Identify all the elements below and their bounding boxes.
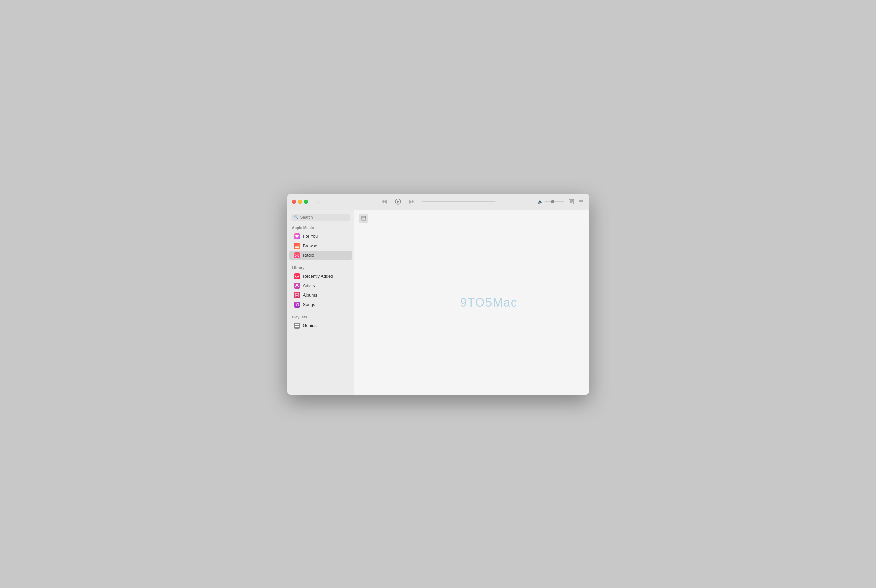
svg-rect-13 [295, 244, 298, 245]
lyrics-button[interactable] [568, 199, 574, 205]
recently-added-label: Recently Added [303, 274, 333, 279]
albums-label: Albums [303, 292, 317, 297]
fastforward-button[interactable] [408, 199, 415, 205]
svg-rect-14 [295, 246, 298, 246]
svg-rect-27 [297, 324, 298, 326]
section-divider-2 [292, 312, 349, 312]
content-area: 9TO5Mac [354, 210, 589, 395]
library-section-label: Library [287, 266, 354, 272]
svg-rect-26 [295, 324, 297, 326]
recently-added-icon [294, 273, 300, 279]
search-icon: 🔍 [294, 215, 298, 219]
radio-icon [294, 252, 300, 258]
sidebar-item-recently-added[interactable]: Recently Added [289, 272, 352, 281]
albums-icon [294, 292, 300, 298]
section-divider-1 [292, 262, 349, 263]
genius-icon [294, 322, 300, 329]
app-window: ‹ [287, 194, 589, 395]
svg-marker-3 [397, 201, 399, 203]
titlebar: ‹ [287, 194, 589, 210]
genius-label: Genius [303, 323, 317, 328]
svg-marker-1 [384, 200, 387, 204]
apple-music-section-label: Apple Music [287, 226, 354, 232]
svg-rect-30 [362, 216, 366, 220]
sidebar-item-radio[interactable]: Radio [289, 250, 352, 260]
browse-icon [294, 243, 300, 249]
volume-knob [551, 200, 554, 203]
list-view-button[interactable] [578, 199, 585, 205]
main-content: 🔍 Apple Music For You Browse [287, 210, 589, 395]
sidebar: 🔍 Apple Music For You Browse [287, 210, 354, 395]
sidebar-item-artists[interactable]: Artists [289, 281, 352, 291]
playlists-section-label: Playlists [287, 315, 354, 321]
watermark: 9TO5Mac [460, 296, 518, 310]
minimize-button[interactable] [298, 200, 302, 204]
volume-low-icon: 🔈 [538, 199, 543, 204]
progress-bar[interactable] [422, 201, 495, 202]
titlebar-right: 🔈 [522, 199, 589, 205]
art-view-button[interactable] [359, 214, 368, 223]
sidebar-item-albums[interactable]: Albums [289, 291, 352, 300]
svg-point-25 [298, 304, 298, 306]
maximize-button[interactable] [304, 200, 308, 204]
svg-point-24 [296, 305, 297, 306]
close-button[interactable] [292, 200, 296, 204]
svg-marker-4 [410, 200, 412, 204]
search-bar[interactable]: 🔍 [291, 214, 350, 221]
browse-label: Browse [303, 243, 317, 248]
sidebar-item-browse[interactable]: Browse [289, 241, 352, 250]
radio-label: Radio [303, 253, 314, 258]
volume-track [544, 201, 564, 202]
play-button[interactable] [394, 198, 402, 205]
search-input[interactable] [300, 215, 347, 220]
songs-icon [294, 302, 300, 308]
sidebar-item-genius[interactable]: Genius [289, 321, 352, 330]
content-toolbar [354, 210, 589, 227]
for-you-label: For You [303, 234, 318, 239]
titlebar-center [354, 198, 522, 205]
rewind-button[interactable] [381, 199, 387, 205]
svg-line-19 [297, 276, 298, 277]
artists-icon [294, 283, 300, 289]
svg-rect-15 [295, 247, 298, 248]
sidebar-item-songs[interactable]: Songs [289, 300, 352, 309]
songs-label: Songs [303, 302, 315, 307]
svg-point-23 [297, 295, 297, 296]
svg-marker-0 [382, 200, 384, 204]
svg-marker-5 [412, 200, 414, 204]
back-button[interactable]: ‹ [314, 196, 323, 207]
svg-rect-29 [297, 326, 298, 327]
svg-point-16 [296, 255, 297, 256]
volume-slider[interactable]: 🔈 [538, 199, 564, 204]
sidebar-item-for-you[interactable]: For You [289, 232, 352, 241]
traffic-lights: ‹ [287, 196, 354, 207]
svg-rect-28 [295, 326, 297, 327]
for-you-icon [294, 234, 300, 240]
artists-label: Artists [303, 283, 315, 288]
